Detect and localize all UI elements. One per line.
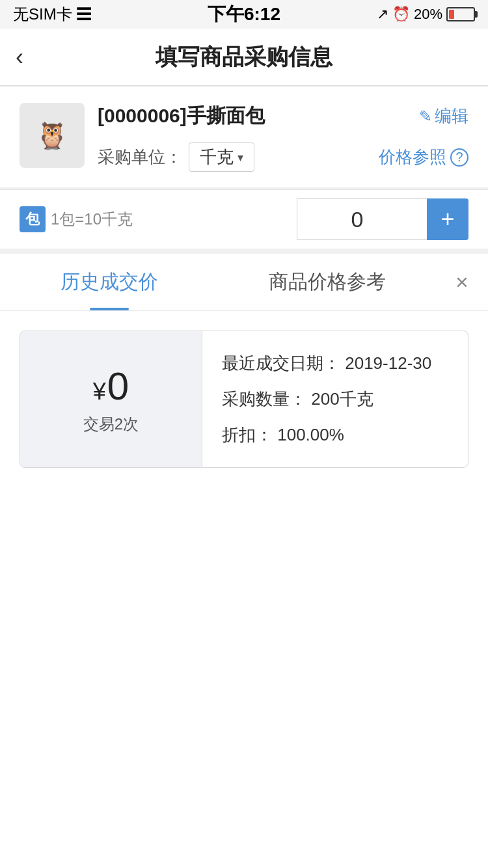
nav-bar: ‹ 填写商品采购信息	[0, 29, 488, 86]
unit-label: 采购单位：	[98, 146, 182, 169]
product-unit-row: 采购单位： 千克 ▾ 价格参照 ?	[98, 142, 468, 172]
status-right: ↗ ⏰ 20%	[377, 6, 475, 23]
status-time: 下午6:12	[208, 2, 280, 27]
purchase-qty-row: 采购数量： 200千克	[222, 387, 448, 412]
product-info: [0000006]手撕面包 ✎ 编辑 采购单位： 千克 ▾ 价格参照 ?	[98, 103, 468, 172]
product-name: [0000006]手撕面包	[98, 103, 265, 129]
tab-active-indicator	[90, 308, 129, 310]
tabs-header: 历史成交价 商品价格参考 ×	[0, 254, 488, 311]
quantity-control[interactable]: +	[297, 198, 468, 240]
tab-history-label: 历史成交价	[61, 269, 158, 295]
unit-value: 千克	[200, 146, 234, 169]
history-card: ¥ 0 交易2次 最近成交日期： 2019-12-30 采购数量： 200千克 …	[20, 331, 468, 468]
recent-date-label: 最近成交日期：	[222, 353, 340, 373]
quantity-unit-info: 包 1包=10千克	[20, 206, 133, 232]
discount-row: 折扣： 100.00%	[222, 422, 448, 448]
unit-conversion: 1包=10千克	[51, 209, 133, 230]
tab-history-price[interactable]: 历史成交价	[0, 254, 218, 310]
discount-label: 折扣：	[222, 425, 273, 444]
help-icon: ?	[450, 148, 468, 167]
status-bar: 无SIM卡 ☰ 下午6:12 ↗ ⏰ 20%	[0, 0, 488, 29]
product-header: 🦉 [0000006]手撕面包 ✎ 编辑 采购单位： 千克 ▾	[20, 103, 468, 172]
product-section: 🦉 [0000006]手撕面包 ✎ 编辑 采购单位： 千克 ▾	[0, 87, 488, 187]
sim-text: 无SIM卡 ☰	[13, 4, 92, 25]
discount-value: 100.00%	[277, 425, 344, 444]
card-left: ¥ 0 交易2次	[20, 331, 202, 467]
content-area: ¥ 0 交易2次 最近成交日期： 2019-12-30 采购数量： 200千克 …	[0, 311, 488, 487]
alarm-icon: ⏰	[392, 6, 410, 23]
location-icon: ↗	[377, 6, 388, 23]
purchase-qty-value: 200千克	[311, 389, 373, 409]
price-reference-button[interactable]: 价格参照 ?	[379, 146, 468, 169]
unit-select[interactable]: 千克 ▾	[189, 142, 254, 172]
product-thumbnail: 🦉	[20, 103, 85, 168]
chevron-down-icon: ▾	[237, 150, 243, 165]
battery-fill	[449, 10, 454, 19]
status-left: 无SIM卡 ☰	[13, 4, 92, 25]
product-top-row: [0000006]手撕面包 ✎ 编辑	[98, 103, 468, 129]
edit-icon: ✎	[419, 107, 432, 126]
unit-left: 采购单位： 千克 ▾	[98, 142, 254, 172]
recent-date-value: 2019-12-30	[345, 353, 431, 373]
trade-count: 交易2次	[83, 414, 139, 435]
purchase-qty-label: 采购数量：	[222, 389, 306, 409]
currency-symbol: ¥	[93, 378, 106, 405]
quantity-plus-button[interactable]: +	[427, 198, 468, 240]
battery-icon	[446, 7, 475, 21]
battery-percent: 20%	[414, 6, 442, 23]
quantity-input[interactable]	[297, 198, 427, 240]
product-logo-icon: 🦉	[36, 120, 68, 151]
recent-date-row: 最近成交日期： 2019-12-30	[222, 351, 448, 376]
tab-product-price-ref[interactable]: 商品价格参考	[218, 254, 436, 310]
edit-button[interactable]: ✎ 编辑	[419, 105, 468, 128]
tabs-section: 历史成交价 商品价格参考 × ¥ 0 交易2次 最近成交日期： 2019-12-…	[0, 254, 488, 487]
back-button[interactable]: ‹	[16, 44, 23, 71]
quantity-row: 包 1包=10千克 +	[20, 190, 468, 249]
page-title: 填写商品采购信息	[156, 42, 332, 72]
unit-badge: 包	[20, 206, 46, 232]
price-ref-label: 价格参照	[379, 146, 446, 169]
price-amount: 0	[107, 364, 129, 409]
edit-label: 编辑	[435, 105, 468, 128]
price-display: ¥ 0	[93, 364, 129, 409]
quantity-section: 包 1包=10千克 +	[0, 189, 488, 249]
tab-close-button[interactable]: ×	[436, 254, 488, 310]
card-right: 最近成交日期： 2019-12-30 采购数量： 200千克 折扣： 100.0…	[202, 331, 468, 467]
bottom-area	[0, 487, 488, 868]
tab-price-ref-label: 商品价格参考	[269, 269, 386, 295]
